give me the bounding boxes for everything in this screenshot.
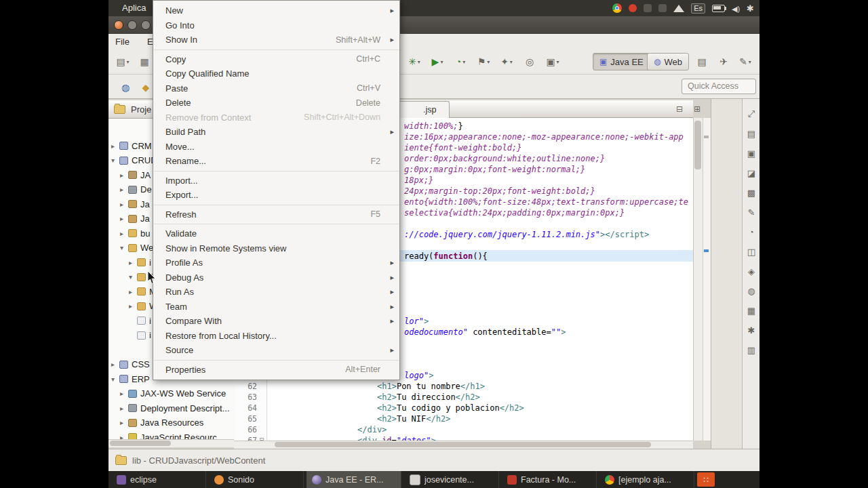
tree-item-i[interactable]: i: [129, 329, 151, 342]
deploy-icon[interactable]: ✈: [715, 54, 732, 70]
code-line[interactable]: 24px;margin-top:20px;font-weight:bold;}: [404, 186, 595, 197]
code-line[interactable]: </div>: [357, 424, 387, 435]
dropdown-arrow-icon[interactable]: ▾: [462, 59, 465, 65]
debug-button[interactable]: ✳▾: [406, 54, 423, 70]
tree-item-ja[interactable]: ▸Ja: [120, 197, 150, 211]
collapse-arrow-icon[interactable]: ▾: [129, 273, 137, 281]
code-line[interactable]: logo">: [404, 370, 433, 381]
dropdown-arrow-icon[interactable]: ▾: [418, 59, 420, 65]
maximize-editor-icon[interactable]: ⊞: [691, 103, 703, 115]
collapse-arrow-icon[interactable]: ▾: [111, 375, 119, 383]
run-button[interactable]: ▶▾: [429, 54, 446, 70]
tree-item-we[interactable]: ▾We: [120, 241, 153, 255]
tree-item-java-resources[interactable]: ▸Java Resources: [120, 416, 203, 430]
menu-item-move[interactable]: Move...: [153, 140, 399, 155]
menu-item-go-into[interactable]: Go Into: [153, 18, 399, 33]
expand-arrow-icon[interactable]: ▸: [120, 201, 128, 208]
menu-item-source[interactable]: Source▸: [153, 343, 399, 358]
menu-item-show-in[interactable]: Show InShift+Alt+W▸: [153, 33, 399, 47]
taskbar-item-java-ee-er[interactable]: Java EE - ER...: [307, 471, 401, 488]
code-line[interactable]: width:100%;}: [404, 121, 463, 131]
menu-item-profile-as[interactable]: Profile As▸: [153, 256, 399, 270]
tree-item-de[interactable]: ▸De: [120, 183, 152, 197]
datasource-icon[interactable]: ◈: [745, 264, 758, 278]
expand-arrow-icon[interactable]: ▸: [120, 186, 128, 193]
menu-item-copy[interactable]: CopyCtrl+C: [153, 52, 399, 67]
outline-icon[interactable]: ▤: [745, 127, 758, 140]
menu-item-properties[interactable]: PropertiesAlt+Enter: [153, 363, 399, 378]
dropdown-arrow-icon[interactable]: ▾: [510, 59, 513, 65]
battery-icon[interactable]: [712, 5, 725, 12]
new-wizard-button[interactable]: ✦▾: [498, 54, 515, 70]
code-line[interactable]: ento{width:100%;font-size:48px;text-tran…: [404, 197, 688, 207]
expand-arrow-icon[interactable]: ▸: [120, 434, 128, 440]
dropdown-arrow-icon[interactable]: ▾: [487, 59, 490, 65]
expand-arrow-icon[interactable]: ▸: [129, 259, 137, 266]
menu-item-rename[interactable]: Rename...F2: [153, 154, 399, 169]
window-minimize-icon[interactable]: [127, 20, 137, 30]
session-gear-icon[interactable]: [747, 2, 754, 14]
minimize-editor-icon[interactable]: ⊟: [673, 103, 686, 115]
code-line[interactable]: <h2>Tu NIF</h2>: [377, 413, 450, 424]
expand-arrow-icon[interactable]: ▸: [120, 215, 128, 222]
quick-access-input[interactable]: Quick Access: [682, 79, 756, 94]
dropdown-arrow-icon[interactable]: ▾: [557, 59, 559, 65]
menu-item-team[interactable]: Team▸: [153, 300, 399, 314]
search-button[interactable]: ◎: [521, 54, 538, 70]
tree-item-erp[interactable]: ▾ERP: [111, 372, 150, 386]
taskbar-item-factura-mo[interactable]: Factura - Mo...: [502, 471, 597, 488]
menu-item-show-in-remote-systems-view[interactable]: Show in Remote Systems view: [153, 241, 399, 256]
menu-item-restore-from-local-history[interactable]: Restore from Local History...: [153, 329, 399, 344]
external-tools-button[interactable]: ⚑▾: [475, 54, 492, 70]
taskbar-item-ejemplo-aja[interactable]: [ejemplo aja...: [599, 471, 694, 488]
tree-item-bu[interactable]: ▸bu: [120, 226, 150, 240]
perspective-web[interactable]: ◍Web: [647, 53, 689, 70]
wifi-icon[interactable]: [673, 5, 684, 12]
window-close-icon[interactable]: [114, 20, 123, 30]
code-line[interactable]: <h2>Tu codigo y poblacion</h2>: [377, 403, 524, 413]
code-line[interactable]: ://code.jquery.com/jquery-1.11.2.min.js"…: [404, 229, 649, 240]
dropdown-arrow-icon[interactable]: ▾: [749, 59, 751, 65]
expand-arrow-icon[interactable]: ▸: [120, 230, 128, 237]
expand-arrow-icon[interactable]: ▸: [129, 302, 137, 310]
new-button[interactable]: ▤▾: [114, 54, 132, 70]
taskbar-item-sonido[interactable]: Sonido: [209, 471, 304, 488]
menubar-item-file[interactable]: File: [115, 37, 130, 47]
workspace-icon[interactable]: ▤: [693, 54, 711, 70]
tree-item-javascript-resourc[interactable]: ▸JavaScript Resourc...: [120, 430, 224, 439]
code-line[interactable]: <h1>Pon tu nombre</h1>: [377, 381, 485, 392]
taskbar-item-eclipse[interactable]: eclipse: [111, 471, 206, 488]
console-icon[interactable]: ▥: [745, 343, 758, 357]
tasks-icon[interactable]: ▣: [745, 146, 758, 160]
expand-arrow-icon[interactable]: ▸: [120, 390, 128, 397]
menu-item-import[interactable]: Import...: [153, 174, 399, 188]
tree-item-crm[interactable]: ▸CRM: [111, 139, 152, 152]
tree-scrollbar-thumb[interactable]: [110, 441, 171, 446]
code-line[interactable]: g:0px;margin:0px;font-weight:normal;}: [404, 164, 585, 175]
dropdown-arrow-icon[interactable]: ▾: [440, 59, 443, 65]
expand-arrow-icon[interactable]: ▸: [120, 419, 128, 426]
open-type-button[interactable]: ▣▾: [544, 54, 561, 70]
update-icon[interactable]: [629, 4, 637, 12]
menu-item-delete[interactable]: DeleteDelete: [153, 96, 399, 110]
bluetooth-icon[interactable]: [658, 4, 667, 12]
editor-vscroll-thumb[interactable]: [694, 121, 701, 169]
history-icon[interactable]: ◔: [745, 225, 758, 239]
perspective-java-ee[interactable]: ▣Java EE: [593, 53, 650, 70]
collapse-arrow-icon[interactable]: ▾: [111, 157, 119, 164]
messaging-icon[interactable]: [644, 4, 652, 12]
launcher-icon[interactable]: ∷: [697, 472, 715, 487]
expand-arrow-icon[interactable]: ▸: [111, 142, 119, 150]
tree-item-crud[interactable]: ▾CRUD: [111, 154, 157, 167]
code-line[interactable]: ize:16px;appearance:none;-moz-appearance…: [404, 131, 684, 142]
servers-icon[interactable]: ◫: [745, 245, 758, 258]
browser-icon[interactable]: ◍: [745, 284, 758, 298]
tree-item-css[interactable]: ▸CSS: [111, 358, 150, 371]
save-button[interactable]: ▦: [136, 54, 153, 70]
window-maximize-icon[interactable]: [141, 20, 151, 30]
code-line[interactable]: <h2>Tu direccion</h2>: [377, 392, 480, 403]
expand-arrow-icon[interactable]: ▸: [129, 288, 137, 296]
snippets-icon[interactable]: ✎: [745, 205, 758, 219]
menu-item-compare-with[interactable]: Compare With▸: [153, 314, 399, 329]
volume-icon[interactable]: [732, 2, 740, 14]
